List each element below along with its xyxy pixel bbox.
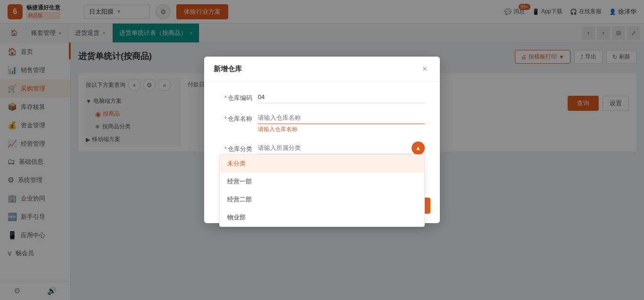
form-code-label: *仓库编码 [219, 91, 252, 102]
dropdown-item-dept3[interactable]: 物业部 [220, 208, 424, 226]
form-category-label: *仓库分类 [219, 142, 252, 153]
category-input[interactable] [258, 142, 425, 154]
warehouse-code-input[interactable] [258, 91, 425, 103]
modal-new-warehouse: 新增仓库 × *仓库编码 *仓库名称 请输入仓库名称 [204, 57, 440, 223]
dropdown-item-none[interactable]: 未分类 [220, 155, 424, 173]
form-name-label: *仓库名称 [219, 112, 252, 123]
modal-overlay[interactable]: 新增仓库 × *仓库编码 *仓库名称 请输入仓库名称 [0, 0, 644, 300]
dropdown-item-dept2[interactable]: 经营二部 [220, 191, 424, 208]
modal-body: *仓库编码 *仓库名称 请输入仓库名称 *仓库分类 [204, 82, 440, 193]
dropdown-item-dept1[interactable]: 经营一部 [220, 173, 424, 191]
category-dropdown-list: 未分类 经营一部 经营二部 物业部 [219, 154, 425, 227]
warehouse-name-input[interactable] [258, 112, 425, 124]
modal-close-button[interactable]: × [419, 63, 430, 75]
modal-title: 新增仓库 [214, 65, 242, 74]
category-dropdown-button[interactable]: ▲ [412, 142, 425, 155]
category-input-wrap: ▲ 未分类 经营一部 经营二部 物业部 [258, 142, 425, 154]
name-error-hint: 请输入仓库名称 [258, 125, 425, 133]
form-row-code: *仓库编码 [219, 91, 425, 103]
form-row-name: *仓库名称 请输入仓库名称 [219, 112, 425, 133]
form-name-wrap: 请输入仓库名称 [258, 112, 425, 133]
modal-header: 新增仓库 × [204, 57, 440, 82]
form-row-category: *仓库分类 ▲ 未分类 经营一部 经营二部 物业部 [219, 142, 425, 154]
